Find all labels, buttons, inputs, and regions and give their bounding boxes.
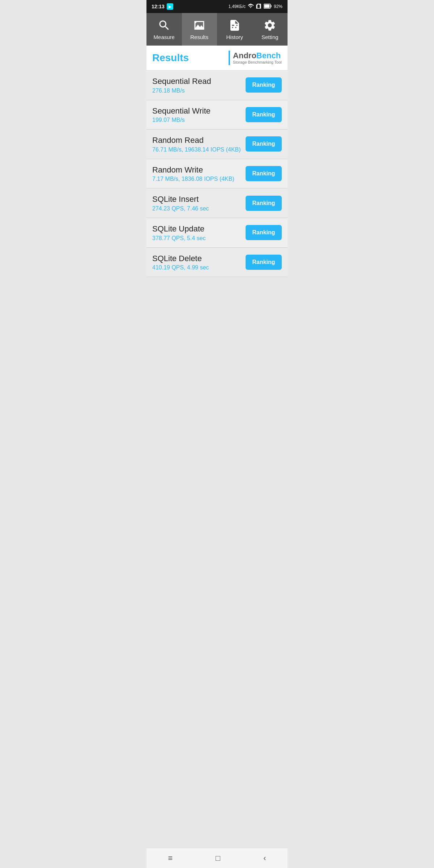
status-time: 12:13	[152, 4, 165, 9]
search-icon	[158, 19, 171, 32]
result-info: Random Read 76.71 MB/s, 19638.14 IOPS (4…	[152, 135, 246, 153]
tab-history-label: History	[226, 34, 243, 40]
home-button[interactable]: □	[212, 850, 224, 867]
logo-main: AndroBench	[233, 51, 281, 60]
tab-results[interactable]: Results	[182, 13, 217, 46]
result-value: 7.17 MB/s, 1836.08 IOPS (4KB)	[152, 176, 246, 182]
tab-setting[interactable]: Setting	[252, 13, 288, 46]
ranking-button[interactable]: Ranking	[246, 166, 282, 181]
result-info: SQLite Delete 410.19 QPS, 4.99 sec	[152, 254, 246, 271]
nav-tabs: Measure Results History Setting	[146, 13, 288, 46]
result-info: Sequential Read 276.18 MB/s	[152, 76, 246, 94]
gear-icon	[263, 19, 276, 32]
logo-andro: Andro	[233, 51, 256, 60]
ranking-button[interactable]: Ranking	[246, 196, 282, 211]
result-value: 378.77 QPS, 5.4 sec	[152, 235, 246, 242]
logo-bench: Bench	[256, 51, 281, 60]
wifi-icon	[248, 3, 254, 10]
result-name: SQLite Update	[152, 224, 246, 234]
result-info: Random Write 7.17 MB/s, 1836.08 IOPS (4K…	[152, 165, 246, 183]
result-name: SQLite Delete	[152, 254, 246, 264]
ranking-button[interactable]: Ranking	[246, 136, 282, 152]
tab-measure[interactable]: Measure	[146, 13, 182, 46]
result-item: SQLite Insert 274.23 QPS, 7.46 sec Ranki…	[146, 188, 288, 218]
result-item: SQLite Delete 410.19 QPS, 4.99 sec Ranki…	[146, 248, 288, 277]
result-info: Sequential Write 199.07 MB/s	[152, 106, 246, 124]
results-title: Results	[152, 52, 189, 64]
result-name: Random Write	[152, 165, 246, 175]
result-value: 274.23 QPS, 7.46 sec	[152, 205, 246, 212]
result-value: 410.19 QPS, 4.99 sec	[152, 264, 246, 271]
result-name: SQLite Insert	[152, 194, 246, 205]
status-time-area: 12:13 ▶	[152, 3, 173, 10]
svg-rect-2	[271, 5, 271, 7]
tab-setting-label: Setting	[261, 34, 278, 40]
battery-icon	[264, 4, 272, 10]
ranking-button[interactable]: Ranking	[246, 225, 282, 240]
logo-bar	[229, 51, 230, 65]
result-value: 276.18 MB/s	[152, 88, 246, 94]
ranking-button[interactable]: Ranking	[246, 255, 282, 270]
result-value: 199.07 MB/s	[152, 117, 246, 123]
result-name: Sequential Read	[152, 76, 246, 87]
tab-history[interactable]: History	[217, 13, 252, 46]
ranking-button[interactable]: Ranking	[246, 107, 282, 122]
document-icon	[228, 19, 241, 32]
logo-text: AndroBench Storage Benchmarking Tool	[233, 51, 282, 64]
androbench-logo: AndroBench Storage Benchmarking Tool	[229, 51, 282, 65]
result-info: SQLite Insert 274.23 QPS, 7.46 sec	[152, 194, 246, 212]
status-right-area: 1,49КБ/с 92%	[228, 3, 282, 10]
sim-icon	[256, 3, 261, 10]
result-item: Sequential Read 276.18 MB/s Ranking	[146, 71, 288, 100]
network-speed: 1,49КБ/с	[228, 4, 246, 9]
chart-icon	[193, 19, 206, 32]
ranking-button[interactable]: Ranking	[246, 77, 282, 93]
result-item: Random Write 7.17 MB/s, 1836.08 IOPS (4K…	[146, 159, 288, 189]
status-bar: 12:13 ▶ 1,49КБ/с 92%	[146, 0, 288, 13]
result-info: SQLite Update 378.77 QPS, 5.4 sec	[152, 224, 246, 242]
play-store-icon: ▶	[167, 3, 173, 10]
menu-button[interactable]: ≡	[164, 850, 176, 867]
result-value: 76.71 MB/s, 19638.14 IOPS (4KB)	[152, 146, 246, 153]
results-header: Results AndroBench Storage Benchmarking …	[146, 46, 288, 71]
svg-rect-1	[264, 4, 269, 8]
bottom-nav: ≡ □ ‹	[146, 848, 288, 868]
result-item: SQLite Update 378.77 QPS, 5.4 sec Rankin…	[146, 218, 288, 248]
logo-sub: Storage Benchmarking Tool	[233, 60, 282, 64]
battery-percent: 92%	[274, 4, 282, 9]
result-name: Sequential Write	[152, 106, 246, 116]
back-button[interactable]: ‹	[260, 850, 269, 867]
result-name: Random Read	[152, 135, 246, 146]
results-list: Sequential Read 276.18 MB/s Ranking Sequ…	[146, 71, 288, 848]
tab-results-label: Results	[190, 34, 208, 40]
result-item: Sequential Write 199.07 MB/s Ranking	[146, 100, 288, 130]
result-item: Random Read 76.71 MB/s, 19638.14 IOPS (4…	[146, 129, 288, 159]
tab-measure-label: Measure	[154, 34, 175, 40]
